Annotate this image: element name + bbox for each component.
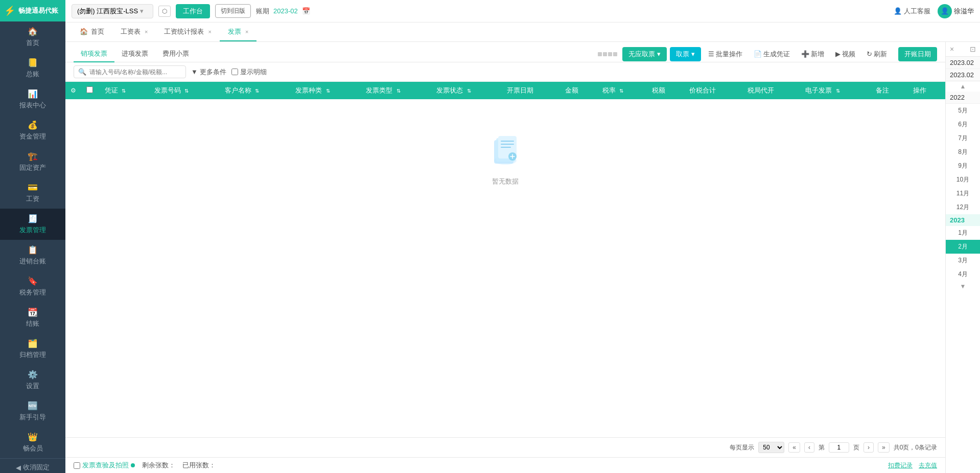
sidebar-item-member[interactable]: 👑 畅会员 xyxy=(0,427,65,458)
sidebar-item-close[interactable]: 📆 结账 xyxy=(0,302,65,333)
voucher-sort-icon[interactable]: ⇅ xyxy=(122,88,126,94)
salary-report-tab-label: 工资统计报表 xyxy=(164,27,204,36)
month-2023-1[interactable]: 1月 xyxy=(946,226,980,240)
page-size-select[interactable]: 50 10 20 100 xyxy=(758,442,784,453)
sidebar-assets-label: 固定资产 xyxy=(19,163,46,172)
date-nav-up[interactable]: ▲ xyxy=(946,81,980,92)
more-conditions-button[interactable]: ▼ 更多条件 xyxy=(191,67,226,77)
refresh-button[interactable]: ↻ 刷新 xyxy=(862,48,891,61)
customer-sort-icon[interactable]: ⇅ xyxy=(255,88,259,94)
th-invoice-no: 发票号码 ⇅ xyxy=(149,82,220,99)
no-deduct-button[interactable]: 无应取票 ▾ xyxy=(622,47,667,61)
sidebar-item-capital[interactable]: 💰 资金管理 xyxy=(0,115,65,146)
sidebar-collapse-button[interactable]: ◀ 收消固定 xyxy=(0,459,65,473)
video-button[interactable]: ▶ 视频 xyxy=(831,48,859,61)
next-page-button[interactable]: › xyxy=(864,442,874,453)
switch-version-button[interactable]: 切到旧版 xyxy=(215,4,251,18)
tax-rate-sort-icon[interactable]: ⇅ xyxy=(619,88,623,94)
grid-view-icon[interactable] xyxy=(596,50,619,58)
month-2022-5[interactable]: 5月 xyxy=(946,104,980,118)
subtab-expense-receipt[interactable]: 费用小票 xyxy=(155,46,196,62)
month-2022-12[interactable]: 12月 xyxy=(946,200,980,214)
sidebar: ⚡ 畅捷通易代账 🏠 首页 📒 总账 📊 报表中心 💰 资金管理 🏗️ 固定资产… xyxy=(0,0,65,473)
month-2023-2[interactable]: 2月 xyxy=(946,240,980,254)
sidebar-item-salary[interactable]: 💳 工资 xyxy=(0,177,65,209)
invoice-status-sort-icon[interactable]: ⇅ xyxy=(467,88,471,94)
month-2022-10[interactable]: 10月 xyxy=(946,173,980,187)
copy-button[interactable]: ⬡ xyxy=(158,6,171,17)
invoice-category-sort-icon[interactable]: ⇅ xyxy=(396,88,401,94)
invoice-type-sort-icon[interactable]: ⇅ xyxy=(326,88,330,94)
show-detail-checkbox[interactable]: 显示明细 xyxy=(231,67,267,77)
salary-tab-close[interactable]: × xyxy=(145,29,148,35)
invoice-no-sort-icon[interactable]: ⇅ xyxy=(184,88,189,94)
invoice-tab-close[interactable]: × xyxy=(245,29,248,35)
deduct-button[interactable]: 取票 ▾ xyxy=(670,47,701,61)
th-invoice-category-label: 发票类型 xyxy=(366,86,392,94)
month-2023-4[interactable]: 4月 xyxy=(946,267,980,281)
sidebar-item-reports[interactable]: 📊 报表中心 xyxy=(0,84,65,115)
company-dropdown-icon: ▾ xyxy=(140,7,144,15)
invoice-tab-label: 发票 xyxy=(228,27,241,36)
sidebar-item-tax[interactable]: 🔖 税务管理 xyxy=(0,271,65,302)
refresh-label: 刷新 xyxy=(874,50,887,59)
electronic-sort-icon[interactable]: ⇅ xyxy=(836,88,840,94)
workspace-button[interactable]: 工作台 xyxy=(176,4,210,18)
th-invoice-category: 发票类型 ⇅ xyxy=(361,82,431,99)
month-2022-9[interactable]: 9月 xyxy=(946,159,980,173)
last-page-button[interactable]: » xyxy=(878,442,890,453)
sidebar-item-invoice[interactable]: 🧾 发票管理 xyxy=(0,209,65,240)
main-area: (勿删) 江西股宝-LSS ▾ ⬡ 工作台 切到旧版 账期 2023-02 📅 … xyxy=(65,0,980,473)
subtab-sales-invoice[interactable]: 销项发票 xyxy=(74,46,114,62)
sidebar-item-archive[interactable]: 🗂️ 归档管理 xyxy=(0,333,65,365)
company-selector[interactable]: (勿删) 江西股宝-LSS ▾ xyxy=(72,4,153,18)
generate-voucher-button[interactable]: 📄 生成凭证 xyxy=(750,48,794,61)
month-2023-3[interactable]: 3月 xyxy=(946,254,980,267)
invoice-verify-checkbox[interactable] xyxy=(74,462,80,469)
th-amount: 金额 xyxy=(560,82,597,99)
sidebar-item-ledger[interactable]: 📒 总账 xyxy=(0,53,65,84)
th-settings[interactable]: ⚙ xyxy=(65,82,81,99)
date-panel-expand-button[interactable]: ⊡ xyxy=(970,45,976,53)
th-checkbox[interactable] xyxy=(81,82,100,99)
sidebar-item-home[interactable]: 🏠 首页 xyxy=(0,21,65,53)
recharge-link[interactable]: 去充值 xyxy=(919,461,937,470)
month-2022-6[interactable]: 6月 xyxy=(946,118,980,131)
month-2022-8[interactable]: 8月 xyxy=(946,145,980,159)
page-number-input[interactable] xyxy=(829,442,849,453)
date-panel-close-button[interactable]: × xyxy=(950,45,954,53)
tab-salary-report[interactable]: 工资统计报表 × xyxy=(156,23,219,41)
month-2022-7[interactable]: 7月 xyxy=(946,131,980,145)
page-total: 共0页，0条记录 xyxy=(894,443,937,452)
tab-salary[interactable]: 工资表 × xyxy=(112,23,156,41)
subtab-purchase-invoice[interactable]: 进项发票 xyxy=(114,46,155,62)
show-detail-check[interactable] xyxy=(231,69,238,75)
support-button[interactable]: 👤 人工客服 xyxy=(894,7,930,16)
open-period-button[interactable]: 开账日期 xyxy=(898,47,937,61)
search-box[interactable]: 🔍 xyxy=(74,65,186,78)
search-input[interactable] xyxy=(89,69,181,76)
tab-home[interactable]: 🏠 首页 xyxy=(72,23,112,41)
prev-page-button[interactable]: ‹ xyxy=(804,442,814,453)
date-nav-down[interactable]: ▼ xyxy=(946,281,980,291)
avatar-icon: 👤 xyxy=(941,7,949,15)
first-page-button[interactable]: « xyxy=(788,442,800,453)
select-all-checkbox[interactable] xyxy=(86,86,93,93)
tab-invoice[interactable]: 发票 × xyxy=(220,23,256,41)
billing-record-link[interactable]: 扣费记录 xyxy=(888,461,913,470)
sidebar-item-guide[interactable]: 🆕 新手引导 xyxy=(0,396,65,427)
user-menu[interactable]: 👤 徐溢华 xyxy=(938,4,974,18)
company-name: (勿删) 江西股宝-LSS xyxy=(77,7,138,16)
th-electronic-label: 电子发票 xyxy=(805,86,832,94)
new-button[interactable]: ➕ 新增 xyxy=(797,48,828,61)
sidebar-item-settings[interactable]: ⚙️ 设置 xyxy=(0,365,65,396)
batch-ops-button[interactable]: ☰ 批量操作 xyxy=(704,48,746,61)
per-page-label: 每页显示 xyxy=(730,443,754,452)
invoice-panel: 销项发票 进项发票 费用小票 无应取票 ▾ xyxy=(65,42,945,473)
salary-report-tab-close[interactable]: × xyxy=(208,29,211,35)
sidebar-item-assets[interactable]: 🏗️ 固定资产 xyxy=(0,146,65,177)
filter-bar: 🔍 ▼ 更多条件 显示明细 xyxy=(65,62,945,82)
month-2022-11[interactable]: 11月 xyxy=(946,187,980,200)
sidebar-item-sales[interactable]: 📋 进销台账 xyxy=(0,240,65,271)
sidebar-member-label: 畅会员 xyxy=(23,444,43,453)
